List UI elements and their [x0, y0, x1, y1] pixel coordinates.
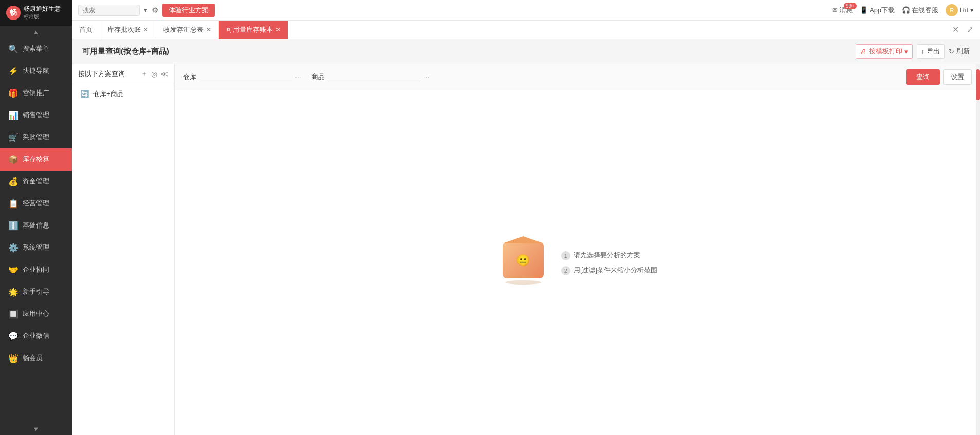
tab-available-close[interactable]: ✕ [275, 26, 281, 33]
empty-tip-1: 1 请先选择要分析的方案 [561, 251, 657, 260]
tab-summary-label: 收发存汇总表 [163, 25, 204, 34]
product-label: 商品 [311, 72, 325, 82]
template-print-button[interactable]: 🖨 按模板打印 ▾ [856, 44, 913, 59]
filter-settings-icon[interactable]: ◎ [151, 70, 157, 78]
tabs-bar: 首页 库存批次账 ✕ 收发存汇总表 ✕ 可用量库存账本 ✕ ✕ ⤢ [72, 21, 980, 39]
refresh-icon: ↻ [949, 48, 954, 55]
sidebar-item-system[interactable]: ⚙️ 系统管理 [0, 237, 72, 259]
refresh-button[interactable]: ↻ 刷新 [949, 47, 970, 56]
message-icon: ✉ [832, 6, 838, 14]
filter-header: 按以下方案查询 ＋ ◎ ≪ [72, 64, 174, 84]
topbar: ▾ ⚙ 体验行业方案 ✉ 消息 99+ 📱 App下载 🎧 在线客服 R Rit… [72, 0, 980, 21]
left-panel: 按以下方案查询 ＋ ◎ ≪ 🔄 仓库+商品 [72, 64, 175, 435]
app-logo-icon: 畅 [6, 6, 21, 20]
settings-button[interactable]: 设置 [943, 69, 972, 85]
empty-illustration: 😐 [497, 237, 549, 289]
query-bar: 仓库 ··· 商品 ··· 查询 设置 [175, 64, 980, 90]
sidebar-item-label-operation: 经营管理 [23, 199, 49, 208]
export-icon: ↑ [921, 48, 925, 55]
filter-scheme-icon: 🔄 [80, 90, 89, 98]
sidebar-item-label-shortcut: 快捷导航 [23, 66, 49, 75]
sidebar-item-member[interactable]: 👑 畅会员 [0, 347, 72, 369]
sidebar-item-operation[interactable]: 📋 经营管理 [0, 193, 72, 215]
filter-add-icon[interactable]: ＋ [141, 69, 148, 79]
tab-batch[interactable]: 库存批次账 ✕ [100, 21, 156, 39]
content-area: 按以下方案查询 ＋ ◎ ≪ 🔄 仓库+商品 仓库 ··· [72, 64, 980, 435]
sidebar-item-label-sales: 销售管理 [23, 110, 49, 120]
user-menu[interactable]: R Rit ▾ [946, 4, 974, 16]
user-name: Rit [960, 6, 968, 14]
page-header: 可用量查询(按仓库+商品) 🖨 按模板打印 ▾ ↑ 导出 ↻ 刷新 [72, 39, 980, 64]
tab-batch-label: 库存批次账 [107, 25, 141, 34]
filter-scheme-item[interactable]: 🔄 仓库+商品 [72, 84, 174, 104]
service-label: 在线客服 [912, 6, 938, 15]
member-icon: 👑 [8, 353, 19, 363]
sidebar-item-label-basic: 基础信息 [23, 221, 49, 230]
warehouse-field: 仓库 ··· [183, 72, 301, 82]
tab-summary[interactable]: 收发存汇总表 ✕ [156, 21, 219, 39]
sales-icon: 📊 [8, 110, 19, 120]
online-service-button[interactable]: 🎧 在线客服 [902, 6, 938, 15]
query-button[interactable]: 查询 [906, 69, 940, 85]
sidebar-item-label-finance: 资金管理 [23, 177, 49, 186]
sidebar-item-basic[interactable]: ℹ️ 基础信息 [0, 215, 72, 237]
sidebar-nav: 🔍 搜索菜单 ⚡ 快捷导航 🎁 营销推广 📊 销售管理 🛒 采购管理 📦 库存核… [0, 38, 72, 423]
sidebar-item-apps[interactable]: 🔲 应用中心 [0, 303, 72, 325]
app-download-button[interactable]: 📱 App下载 [860, 6, 895, 15]
sidebar-item-enterprise[interactable]: 🤝 企业协同 [0, 259, 72, 281]
trial-button[interactable]: 体验行业方案 [162, 4, 215, 17]
topbar-dropdown-icon[interactable]: ▾ [144, 6, 147, 14]
filter-scheme-label: 仓库+商品 [93, 89, 124, 99]
topbar-right: ✉ 消息 99+ 📱 App下载 🎧 在线客服 R Rit ▾ [832, 4, 974, 16]
message-button[interactable]: ✉ 消息 99+ [832, 6, 853, 15]
filter-header-label: 按以下方案查询 [78, 69, 125, 79]
sidebar-item-finance[interactable]: 💰 资金管理 [0, 171, 72, 193]
sidebar-item-search[interactable]: 🔍 搜索菜单 [0, 38, 72, 60]
avatar: R [946, 4, 958, 16]
sidebar-item-purchase[interactable]: 🛒 采购管理 [0, 126, 72, 148]
right-scrollbar[interactable] [976, 64, 980, 435]
sidebar-item-sales[interactable]: 📊 销售管理 [0, 104, 72, 126]
warehouse-label: 仓库 [183, 72, 196, 82]
tab-available[interactable]: 可用量库存账本 ✕ [219, 21, 288, 39]
search-icon: 🔍 [8, 44, 19, 54]
warehouse-input[interactable] [199, 72, 292, 82]
sidebar-item-label-wechat: 企业微信 [23, 331, 49, 341]
enterprise-icon: 🤝 [8, 265, 19, 275]
tab-batch-close[interactable]: ✕ [143, 26, 149, 33]
app-name: 畅康通好生意 [24, 5, 61, 13]
sidebar-scroll-down[interactable]: ▼ [0, 423, 72, 435]
system-icon: ⚙️ [8, 243, 19, 253]
tab-available-label: 可用量库存账本 [226, 25, 273, 34]
service-icon: 🎧 [902, 6, 910, 14]
page-title: 可用量查询(按仓库+商品) [82, 47, 169, 56]
tab-summary-close[interactable]: ✕ [206, 26, 211, 33]
sidebar-item-wechat[interactable]: 💬 企业微信 [0, 325, 72, 347]
search-input[interactable] [78, 5, 140, 16]
filter-header-actions: ＋ ◎ ≪ [141, 69, 168, 79]
purchase-icon: 🛒 [8, 133, 19, 142]
tip-num-2: 2 [561, 266, 570, 275]
sidebar-item-newbie[interactable]: 🌟 新手引导 [0, 281, 72, 303]
filter-collapse-icon[interactable]: ≪ [160, 70, 168, 78]
topbar-gear-icon[interactable]: ⚙ [152, 6, 158, 15]
sidebar-logo: 畅 畅康通好生意 标准版 [0, 0, 72, 26]
sidebar-scroll-up[interactable]: ▲ [0, 26, 72, 38]
empty-box-graphic: 😐 [503, 242, 544, 278]
app-version: 标准版 [24, 13, 61, 21]
product-input[interactable] [328, 72, 420, 82]
sidebar: 畅 畅康通好生意 标准版 ▲ 🔍 搜索菜单 ⚡ 快捷导航 🎁 营销推广 📊 销售… [0, 0, 72, 435]
product-more-icon[interactable]: ··· [423, 73, 430, 81]
tab-home[interactable]: 首页 [72, 21, 100, 39]
sidebar-item-shortcut[interactable]: ⚡ 快捷导航 [0, 60, 72, 82]
sidebar-item-marketing[interactable]: 🎁 营销推广 [0, 82, 72, 104]
inventory-icon: 📦 [8, 155, 19, 164]
warehouse-more-icon[interactable]: ··· [295, 73, 301, 81]
tab-close-all-button[interactable]: ✕ [949, 24, 961, 36]
sidebar-item-inventory[interactable]: 📦 库存核算 [0, 148, 72, 171]
empty-state: 😐 1 请先选择要分析的方案 2 用[过滤]条件来缩小分析范围 [175, 90, 980, 435]
export-button[interactable]: ↑ 导出 [917, 44, 945, 59]
empty-tip-2: 2 用[过滤]条件来缩小分析范围 [561, 266, 657, 275]
newbie-icon: 🌟 [8, 287, 19, 297]
tab-expand-button[interactable]: ⤢ [964, 24, 976, 36]
